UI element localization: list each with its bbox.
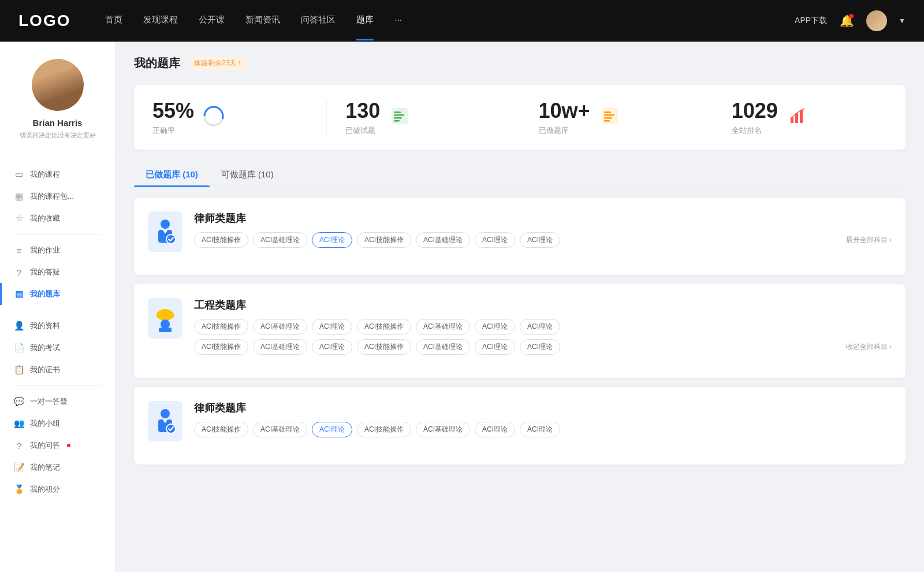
- sidebar-item-points[interactable]: 🏅 我的积分: [0, 478, 115, 500]
- tab-available-banks[interactable]: 可做题库 (10): [210, 164, 285, 186]
- sidebar-item-label: 我的小组: [30, 418, 60, 429]
- stat-done-number: 130: [345, 99, 380, 123]
- stat-ranking: 1029 全站排名: [713, 99, 906, 136]
- sidebar-item-label: 我的答疑: [30, 267, 60, 277]
- stat-ranking-number: 1029: [732, 99, 778, 123]
- qbank-lawyer-icon-2: [148, 401, 182, 441]
- chevron-down-icon[interactable]: ▼: [899, 17, 906, 25]
- sidebar-item-certificate[interactable]: 📋 我的证书: [0, 359, 115, 381]
- page-title: 我的题库: [134, 55, 180, 71]
- course-package-icon: ▦: [14, 191, 24, 202]
- app-download-button[interactable]: APP下载: [795, 16, 827, 26]
- tag-eng-skill-3[interactable]: ACI技能操作: [194, 339, 248, 355]
- stat-banks-info: 10w+ 已做题库: [539, 99, 590, 136]
- sidebar-item-exam[interactable]: 📄 我的考试: [0, 337, 115, 359]
- collapse-link-engineer[interactable]: 收起全部科目 ›: [846, 342, 892, 352]
- tag-aci-skill-op-2[interactable]: ACI技能操作: [357, 232, 411, 248]
- page-header: 我的题库 体验剩余23天！: [134, 55, 906, 71]
- svg-rect-22: [159, 328, 172, 332]
- tag-law2-theory-3[interactable]: ACI理论: [520, 422, 560, 437]
- tags-row-1: ACI技能操作 ACI基础理论 ACI理论 ACI技能操作 ACI基础理论 AC…: [194, 232, 560, 248]
- tag-law2-basic-2[interactable]: ACI基础理论: [416, 422, 470, 437]
- tag-eng-skill-1[interactable]: ACI技能操作: [194, 319, 248, 335]
- tag-eng-theory-3[interactable]: ACI理论: [520, 319, 560, 335]
- svg-rect-4: [394, 112, 401, 113]
- sidebar-item-course-package[interactable]: ▦ 我的课程包...: [0, 185, 115, 207]
- tag-aci-theory-1-active[interactable]: ACI理论: [312, 232, 352, 248]
- expand-link-1[interactable]: 展开全部科目 ›: [846, 235, 892, 245]
- tag-eng-theory-6[interactable]: ACI理论: [520, 339, 560, 355]
- nav-more[interactable]: ···: [394, 14, 402, 28]
- tag-law2-basic-1[interactable]: ACI基础理论: [253, 422, 307, 437]
- sidebar-item-label: 我的题库: [30, 289, 60, 299]
- tag-aci-skill-op-1[interactable]: ACI技能操作: [194, 232, 248, 248]
- svg-point-18: [166, 235, 176, 244]
- sidebar-item-my-qa[interactable]: ? 我的问答: [0, 434, 115, 456]
- nav-discover[interactable]: 发现课程: [143, 14, 178, 28]
- tag-eng-basic-3[interactable]: ACI基础理论: [253, 339, 307, 355]
- nav-links: 首页 发现课程 公开课 新闻资讯 问答社区 题库 ···: [105, 14, 795, 28]
- nav-question-bank[interactable]: 题库: [356, 14, 374, 28]
- svg-rect-10: [604, 114, 614, 116]
- sidebar-item-notes[interactable]: 📝 我的笔记: [0, 456, 115, 478]
- sidebar-item-label: 我的收藏: [30, 213, 60, 224]
- qbank-title-lawyer-1: 律师类题库: [194, 211, 892, 225]
- sidebar-item-one-on-one[interactable]: 💬 一对一答疑: [0, 391, 115, 413]
- tag-eng-theory-4[interactable]: ACI理论: [312, 339, 352, 355]
- nav-home[interactable]: 首页: [105, 14, 122, 28]
- tag-aci-basic-theory-1[interactable]: ACI基础理论: [253, 232, 307, 248]
- tag-law2-theory-2[interactable]: ACI理论: [475, 422, 515, 437]
- bar-chart-red-icon: [787, 106, 808, 129]
- sidebar-divider-3: [14, 385, 101, 386]
- tag-eng-theory-2[interactable]: ACI理论: [475, 319, 515, 335]
- tag-aci-basic-theory-2[interactable]: ACI基础理论: [416, 232, 470, 248]
- notes-icon: 📝: [14, 462, 24, 473]
- tag-eng-basic-2[interactable]: ACI基础理论: [416, 319, 470, 335]
- sidebar-item-profile[interactable]: 👤 我的资料: [0, 315, 115, 337]
- sidebar-item-label: 我的考试: [30, 343, 60, 353]
- qbank-lawyer-icon-1: [148, 211, 182, 252]
- qbank-card-lawyer-2: 律师类题库 ACI技能操作 ACI基础理论 ACI理论 ACI技能操作 ACI基…: [134, 387, 906, 465]
- exam-icon: 📄: [14, 343, 24, 353]
- tag-eng-basic-4[interactable]: ACI基础理论: [416, 339, 470, 355]
- tab-done-banks[interactable]: 已做题库 (10): [134, 164, 210, 186]
- tag-eng-basic-1[interactable]: ACI基础理论: [253, 319, 307, 335]
- nav-qa[interactable]: 问答社区: [301, 14, 336, 28]
- sidebar-item-group[interactable]: 👥 我的小组: [0, 413, 115, 434]
- sidebar-menu: ▭ 我的课程 ▦ 我的课程包... ☆ 我的收藏 ≡ 我的作业 ? 我的答疑 ▤: [0, 154, 115, 510]
- tag-eng-skill-2[interactable]: ACI技能操作: [357, 319, 411, 335]
- tag-eng-theory-1[interactable]: ACI理论: [312, 319, 352, 335]
- sidebar-item-favorites[interactable]: ☆ 我的收藏: [0, 207, 115, 229]
- nav-right: APP下载 🔔 ▼: [795, 10, 906, 31]
- star-icon: ☆: [14, 213, 24, 224]
- stats-row: 55% 正确率 130 已做试题: [134, 85, 906, 150]
- qbank-title-lawyer-2: 律师类题库: [194, 401, 892, 415]
- tag-aci-theory-3[interactable]: ACI理论: [520, 232, 560, 248]
- sidebar-item-label: 我的课程: [30, 169, 60, 180]
- unread-dot: [67, 444, 70, 447]
- tag-law2-skill-1[interactable]: ACI技能操作: [194, 422, 248, 437]
- nav-open-course[interactable]: 公开课: [199, 14, 225, 28]
- tag-eng-theory-5[interactable]: ACI理论: [475, 339, 515, 355]
- tag-eng-skill-4[interactable]: ACI技能操作: [357, 339, 411, 355]
- tag-law2-theory-active[interactable]: ACI理论: [312, 422, 352, 437]
- profile-icon: 👤: [14, 321, 24, 331]
- tag-aci-theory-2[interactable]: ACI理论: [475, 232, 515, 248]
- sidebar-item-questions[interactable]: ? 我的答疑: [0, 261, 115, 283]
- stat-banks-number: 10w+: [539, 99, 590, 123]
- svg-rect-7: [394, 120, 400, 122]
- sidebar-item-homework[interactable]: ≡ 我的作业: [0, 239, 115, 261]
- tag-law2-skill-2[interactable]: ACI技能操作: [357, 422, 411, 437]
- notification-bell[interactable]: 🔔: [839, 13, 855, 29]
- nav-news[interactable]: 新闻资讯: [245, 14, 280, 28]
- list-green-icon: [389, 106, 410, 129]
- sidebar-item-question-bank[interactable]: ▤ 我的题库: [0, 283, 115, 305]
- sidebar-item-my-courses[interactable]: ▭ 我的课程: [0, 164, 115, 185]
- qbank-card-engineer: 工程类题库 ACI技能操作 ACI基础理论 ACI理论 ACI技能操作 ACI基…: [134, 284, 906, 378]
- points-icon: 🏅: [14, 484, 24, 495]
- tags-and-expand-engineer-2: ACI技能操作 ACI基础理论 ACI理论 ACI技能操作 ACI基础理论 AC…: [194, 339, 892, 355]
- svg-rect-12: [604, 120, 610, 122]
- avatar[interactable]: [866, 10, 887, 31]
- qbank-info-lawyer-1: 律师类题库 ACI技能操作 ACI基础理论 ACI理论 ACI技能操作 ACI基…: [194, 211, 892, 248]
- svg-rect-15: [800, 110, 803, 123]
